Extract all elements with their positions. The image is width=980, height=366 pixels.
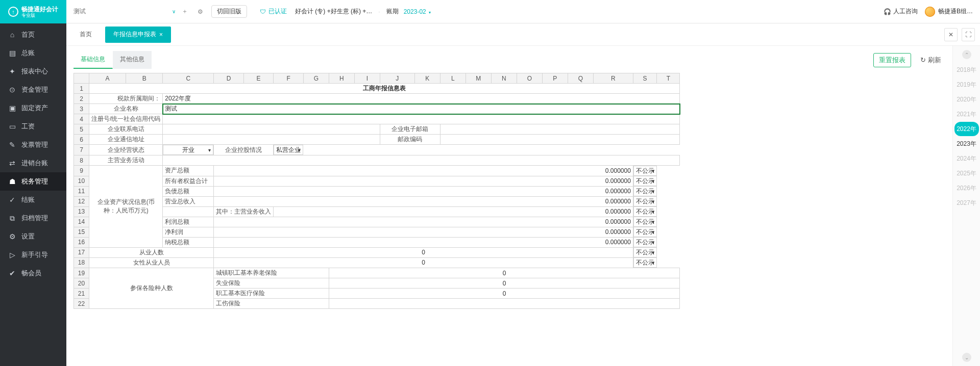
- sidebar-item-1[interactable]: ▤总账: [0, 44, 66, 62]
- row-2[interactable]: 2: [74, 94, 89, 104]
- switch-old-button[interactable]: 切回旧版: [211, 5, 247, 18]
- row-18[interactable]: 18: [74, 257, 89, 268]
- col-T[interactable]: T: [657, 73, 680, 84]
- input-pension[interactable]: 0: [329, 268, 680, 278]
- select-pub-6[interactable]: 不公示: [633, 217, 657, 227]
- row-9[interactable]: 9: [74, 166, 89, 176]
- row-20[interactable]: 20: [74, 278, 89, 289]
- page-tab-0[interactable]: 首页: [71, 27, 100, 43]
- input-unemp[interactable]: 0: [329, 278, 680, 289]
- input-total-asset[interactable]: 0.000000: [214, 166, 633, 176]
- fullscreen-button[interactable]: ⛶: [962, 28, 975, 41]
- sidebar-item-10[interactable]: ⧉归档管理: [0, 209, 66, 227]
- input-tax[interactable]: 0.000000: [214, 237, 633, 247]
- row-22[interactable]: 22: [74, 299, 89, 309]
- consult-link[interactable]: 🎧 人工咨询: [884, 7, 918, 16]
- row-19[interactable]: 19: [74, 268, 89, 278]
- sidebar-item-4[interactable]: ▣固定资产: [0, 99, 66, 117]
- col-Q[interactable]: Q: [568, 73, 593, 84]
- select-holding[interactable]: 私营企业: [274, 145, 303, 155]
- corner-cell[interactable]: [74, 73, 89, 84]
- plus-icon[interactable]: ＋: [179, 6, 191, 18]
- close-tab-button[interactable]: ✕: [944, 28, 958, 41]
- select-pub-9[interactable]: 不公示: [633, 247, 657, 257]
- subtab-0[interactable]: 基础信息: [74, 51, 113, 69]
- refresh-button[interactable]: 刷新: [916, 54, 945, 67]
- col-S[interactable]: S: [633, 73, 657, 84]
- col-D[interactable]: D: [214, 73, 244, 84]
- select-pub-1[interactable]: 不公示: [633, 166, 657, 176]
- period-select[interactable]: 2023-02 ▾: [404, 8, 431, 15]
- year-item-2024年[interactable]: 2024年: [954, 151, 979, 166]
- year-down-button[interactable]: ⌄: [962, 353, 971, 362]
- input-main-rev[interactable]: 0.000000: [274, 206, 633, 217]
- user-menu[interactable]: 畅捷通B组…: [925, 7, 973, 17]
- col-L[interactable]: L: [440, 73, 465, 84]
- reset-report-button[interactable]: 重置报表: [873, 53, 911, 67]
- input-phone[interactable]: [163, 124, 380, 135]
- col-A[interactable]: A: [89, 73, 126, 84]
- year-item-2020年[interactable]: 2020年: [954, 92, 979, 107]
- col-O[interactable]: O: [517, 73, 542, 84]
- row-6[interactable]: 6: [74, 135, 89, 145]
- input-revenue[interactable]: 0.000000: [214, 196, 633, 206]
- gear-icon[interactable]: ⚙: [194, 6, 206, 18]
- sidebar-item-11[interactable]: ⚙设置: [0, 227, 66, 246]
- row-10[interactable]: 10: [74, 176, 89, 186]
- col-P[interactable]: P: [542, 73, 568, 84]
- input-company-name[interactable]: 测试: [163, 104, 680, 114]
- sidebar-item-0[interactable]: ⌂首页: [0, 25, 66, 44]
- year-item-2022年[interactable]: 2022年: [954, 122, 979, 136]
- sidebar-item-7[interactable]: ⇄进销台账: [0, 154, 66, 172]
- row-14[interactable]: 14: [74, 217, 89, 227]
- row-4[interactable]: 4: [74, 114, 89, 124]
- sidebar-item-2[interactable]: ✦报表中心: [0, 62, 66, 81]
- col-M[interactable]: M: [465, 73, 491, 84]
- select-pub-2[interactable]: 不公示: [633, 176, 657, 186]
- year-item-2019年[interactable]: 2019年: [954, 77, 979, 92]
- input-email[interactable]: [440, 124, 680, 135]
- input-equity[interactable]: 0.000000: [214, 176, 633, 186]
- year-item-2018年[interactable]: 2018年: [954, 63, 979, 77]
- row-13[interactable]: 13: [74, 206, 89, 217]
- subtab-1[interactable]: 其他信息: [113, 51, 152, 69]
- select-pub-3[interactable]: 不公示: [633, 186, 657, 196]
- col-K[interactable]: K: [414, 73, 440, 84]
- row-5[interactable]: 5: [74, 124, 89, 135]
- row-16[interactable]: 16: [74, 237, 89, 247]
- col-C[interactable]: C: [163, 73, 214, 84]
- input-injury[interactable]: [329, 299, 680, 309]
- sidebar-item-8[interactable]: ☗税务管理: [0, 172, 66, 191]
- col-F[interactable]: F: [274, 73, 304, 84]
- page-tab-1[interactable]: 年报信息申报表×: [105, 27, 171, 43]
- row-11[interactable]: 11: [74, 186, 89, 196]
- col-J[interactable]: J: [380, 73, 414, 84]
- col-R[interactable]: R: [593, 73, 633, 84]
- input-medical[interactable]: 0: [329, 289, 680, 299]
- year-item-2026年[interactable]: 2026年: [954, 181, 979, 195]
- year-item-2025年[interactable]: 2025年: [954, 166, 979, 180]
- year-item-2023年[interactable]: 2023年: [954, 137, 979, 151]
- input-address[interactable]: [163, 135, 380, 145]
- sidebar-item-5[interactable]: ▭工资: [0, 117, 66, 136]
- row-15[interactable]: 15: [74, 227, 89, 237]
- sidebar-item-9[interactable]: ✓结账: [0, 191, 66, 209]
- select-pub-7[interactable]: 不公示: [633, 227, 657, 237]
- input-mainbiz[interactable]: [163, 155, 680, 166]
- sidebar-item-3[interactable]: ⊙资金管理: [0, 81, 66, 99]
- row-12[interactable]: 12: [74, 196, 89, 206]
- sidebar-item-12[interactable]: ▷新手引导: [0, 246, 66, 264]
- row-21[interactable]: 21: [74, 289, 89, 299]
- input-reg-code[interactable]: [163, 114, 680, 124]
- select-pub-10[interactable]: 不公示: [633, 257, 657, 268]
- col-H[interactable]: H: [329, 73, 354, 84]
- col-E[interactable]: E: [243, 73, 274, 84]
- row-17[interactable]: 17: [74, 247, 89, 257]
- select-status[interactable]: 开业: [163, 145, 213, 155]
- sidebar-item-6[interactable]: ✎发票管理: [0, 136, 66, 154]
- year-up-button[interactable]: ⌃: [962, 50, 971, 59]
- input-female[interactable]: 0: [214, 257, 633, 268]
- row-1[interactable]: 1: [74, 84, 89, 94]
- input-netprofit[interactable]: 0.000000: [214, 227, 633, 237]
- input-employees[interactable]: 0: [214, 247, 633, 257]
